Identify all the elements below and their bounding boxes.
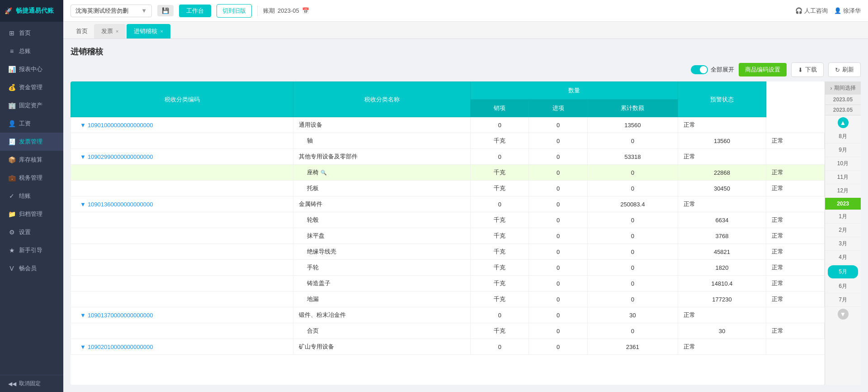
- sidebar-collapse-btn[interactable]: ◀◀ 取消固定: [0, 375, 63, 392]
- row-total: 2361: [587, 339, 678, 355]
- tab-home[interactable]: 首页: [71, 24, 93, 38]
- sidebar-icon-settlement: ✓: [8, 192, 15, 200]
- switch-version-button[interactable]: 切到旧版: [217, 4, 252, 18]
- company-name: 沈海英测试经营勿删: [75, 7, 128, 15]
- sidebar-label-tax: 税务管理: [19, 174, 42, 182]
- period-item-1[interactable]: 1月: [825, 210, 861, 224]
- sidebar-item-archive[interactable]: 📁归档管理: [0, 205, 63, 223]
- row-total: 30: [587, 307, 678, 323]
- refresh-icon: ↻: [835, 67, 840, 73]
- sidebar: 🚀 畅捷通易代账 ⊞首页≡总账📊报表中心💰资金管理🏢固定资产👤工资🧾发票管理📦库…: [0, 0, 63, 392]
- sidebar-item-home[interactable]: ⊞首页: [0, 24, 63, 42]
- row-status: 正常: [766, 181, 824, 196]
- period-item-8[interactable]: 8月: [825, 130, 861, 143]
- sidebar-item-inventory[interactable]: 📦库存核算: [0, 151, 63, 169]
- row-sales: 0: [471, 339, 529, 355]
- table-row: 地漏 千克 0 0 177230 正常: [71, 292, 825, 307]
- user-menu[interactable]: 👤 徐泽华: [834, 7, 861, 15]
- download-btn[interactable]: ⬇ 下载: [791, 62, 824, 77]
- sidebar-item-invoice-mgmt[interactable]: 🧾发票管理: [0, 133, 63, 151]
- expand-toggle[interactable]: 全部展开: [691, 65, 734, 74]
- collapse-label: 取消固定: [19, 380, 41, 387]
- row-name: 通用设备: [293, 117, 471, 133]
- sidebar-item-assets[interactable]: 🏢固定资产: [0, 96, 63, 115]
- expand-icon[interactable]: ▼: [80, 153, 86, 160]
- sidebar-item-salary[interactable]: 👤工资: [0, 115, 63, 133]
- sidebar-item-reports[interactable]: 📊报表中心: [0, 60, 63, 78]
- period-item-2[interactable]: 2月: [825, 224, 861, 237]
- row-status: 正常: [678, 117, 766, 133]
- table-row: 轮毂 千克 0 0 6634 正常: [71, 212, 825, 228]
- calendar-icon[interactable]: 📅: [302, 7, 309, 14]
- row-purchase: 0: [587, 165, 678, 181]
- row-status: 正常: [678, 307, 766, 323]
- expand-icon[interactable]: ▼: [80, 312, 86, 319]
- sidebar-item-settings[interactable]: ⚙设置: [0, 223, 63, 241]
- table-row: 合页 千克 0 0 30 正常: [71, 323, 825, 339]
- refresh-btn[interactable]: ↻ 刷新: [828, 62, 861, 77]
- period-label: 账期: [263, 7, 275, 15]
- period-item-12[interactable]: 12月: [825, 184, 861, 198]
- content-toolbar: 全部展开 商品编码设置 ⬇ 下载 ↻ 刷新: [71, 62, 861, 77]
- th-total: 累计数额: [587, 100, 678, 117]
- workbench-button[interactable]: 工作台: [179, 5, 211, 17]
- period-selector-header: › 期间选择: [825, 81, 861, 95]
- period-item-3[interactable]: 3月: [825, 237, 861, 251]
- support-link[interactable]: 🎧 人工咨询: [795, 7, 828, 15]
- row-code: [71, 323, 293, 339]
- row-total: 6634: [678, 212, 766, 228]
- expand-icon[interactable]: ▼: [80, 201, 86, 208]
- sidebar-item-guide[interactable]: ★新手引导: [0, 241, 63, 259]
- sidebar-item-settlement[interactable]: ✓结账: [0, 187, 63, 205]
- sidebar-item-member[interactable]: V畅会员: [0, 259, 63, 277]
- search-icon[interactable]: 🔍: [321, 170, 327, 175]
- th-tax-name: 税收分类名称: [293, 82, 471, 117]
- row-sales: 0: [529, 292, 587, 307]
- sidebar-item-tax[interactable]: 💼税务管理: [0, 169, 63, 187]
- row-status: 正常: [766, 292, 824, 307]
- sidebar-icon-home: ⊞: [8, 29, 15, 37]
- th-quantity: 数量: [471, 82, 678, 100]
- chevron-right-icon[interactable]: ›: [830, 85, 832, 91]
- tab-reconcile-close[interactable]: ×: [160, 29, 163, 34]
- period-item-9[interactable]: 9月: [825, 143, 861, 157]
- sidebar-label-home: 首页: [19, 29, 31, 37]
- toggle-control[interactable]: [691, 65, 708, 74]
- sidebar-label-salary: 工资: [19, 120, 31, 128]
- period-down-arrow[interactable]: ▼: [838, 309, 849, 320]
- sidebar-icon-member: V: [8, 265, 15, 272]
- sidebar-icon-tax: 💼: [8, 174, 15, 182]
- tab-invoice[interactable]: 发票 ×: [94, 24, 126, 38]
- sidebar-label-guide: 新手引导: [19, 246, 42, 254]
- expand-icon[interactable]: ▼: [80, 344, 86, 350]
- divider: [257, 5, 258, 16]
- period-item-4[interactable]: 4月: [825, 251, 861, 264]
- period-item-10[interactable]: 10月: [825, 157, 861, 171]
- expand-icon[interactable]: ▼: [80, 122, 86, 129]
- period-item-11[interactable]: 11月: [825, 171, 861, 184]
- tab-invoice-close[interactable]: ×: [116, 29, 118, 34]
- page-title: 进销稽核: [71, 46, 861, 57]
- product-code-btn[interactable]: 商品编码设置: [739, 63, 787, 76]
- table-row: 抹平盘 千克 0 0 3768 正常: [71, 228, 825, 244]
- data-table: 税收分类编码 税收分类名称 数量 预警状态 销项 进项 累计数额: [71, 81, 825, 385]
- period-item-6[interactable]: 6月: [825, 280, 861, 293]
- period-item-5[interactable]: 5月: [828, 265, 858, 279]
- row-status: 正常: [766, 244, 824, 260]
- sidebar-item-funds[interactable]: 💰资金管理: [0, 78, 63, 96]
- table-row: ▼10901370000000000000 锻件、粉末冶金件 0 0 30 正常: [71, 307, 825, 323]
- period-item-7[interactable]: 7月: [825, 293, 861, 307]
- tab-reconcile[interactable]: 进销稽核 ×: [127, 24, 170, 38]
- company-selector[interactable]: 沈海英测试经营勿删 ▼: [71, 5, 152, 17]
- row-total: 30450: [678, 181, 766, 196]
- tab-reconcile-label: 进销稽核: [134, 27, 157, 35]
- period-up-arrow[interactable]: ▲: [838, 117, 849, 128]
- row-purchase: 0: [529, 339, 587, 355]
- sidebar-icon-ledger: ≡: [8, 48, 15, 55]
- app-name: 畅捷通易代账: [16, 7, 54, 15]
- save-button[interactable]: 💾: [157, 5, 174, 16]
- period-year-2023-05-1: 2023.05: [825, 95, 861, 105]
- row-sales: 0: [529, 228, 587, 244]
- row-sales: 0: [529, 181, 587, 196]
- sidebar-item-ledger[interactable]: ≡总账: [0, 42, 63, 60]
